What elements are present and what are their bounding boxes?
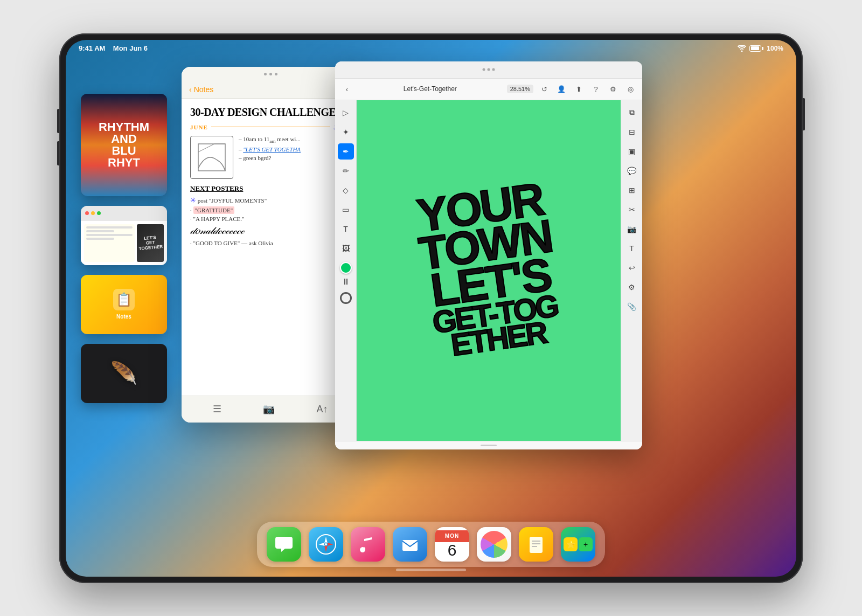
clip-button[interactable]: 📎 (624, 299, 640, 315)
text-tool[interactable]: T (338, 221, 354, 237)
dock-messages-icon[interactable] (267, 527, 301, 562)
notes-timeline: JUNE JULY (190, 124, 351, 130)
notes-section-title: NEXT POSTERS (190, 184, 351, 193)
home-indicator[interactable] (396, 569, 466, 571)
camera-toolbar-icon[interactable]: 📷 (263, 403, 275, 415)
gear-right-button[interactable]: ⚙ (624, 279, 640, 295)
affinity-handle-dot-3 (492, 68, 495, 71)
svg-point-8 (325, 543, 327, 545)
comments-button[interactable]: 💬 (624, 163, 640, 179)
pause-icon[interactable]: ⏸ (342, 277, 350, 287)
svg-line-1 (198, 144, 214, 152)
cut-button[interactable]: ✂ (624, 202, 640, 218)
notes-schedule-item-2: – "LET'S GET TOGETHA (239, 146, 351, 153)
help-button[interactable]: ? (589, 82, 602, 95)
erase-tool[interactable]: ◇ (338, 182, 354, 198)
chevron-left-icon: ‹ (189, 85, 192, 94)
wifi-icon (738, 45, 746, 52)
rect-tool[interactable]: ▭ (338, 202, 354, 218)
notes-icon (525, 534, 547, 555)
artwork-typography: YOUR TOWN LET'S GET-TOG ETHER (411, 179, 566, 361)
asterisk-icon: ✳ (190, 196, 196, 204)
checklist-icon[interactable]: ☰ (213, 403, 221, 415)
dock-notes-icon[interactable] (519, 527, 553, 562)
mini-app-preview-2[interactable]: LET'SGETTOGETHER (81, 206, 167, 265)
calendar-day-label: MON (435, 530, 469, 542)
text-format-icon[interactable]: A↑ (316, 404, 328, 415)
mail-icon (399, 534, 421, 555)
color-well[interactable] (340, 262, 352, 274)
affinity-canvas: YOUR TOWN LET'S GET-TOG ETHER (357, 100, 621, 441)
affinity-left-toolbar: ▷ ✦ ✒ ✏ ◇ ▭ T 🖼 ⏸ (335, 100, 357, 441)
pencil-tool[interactable]: ✏ (338, 163, 354, 179)
circle-tool[interactable] (338, 290, 354, 306)
dock-calendar-icon[interactable]: MON 6 (435, 527, 469, 562)
notes-document-title: 30-DAY DESIGN CHALLENGE (190, 106, 351, 119)
typography-button[interactable]: T (624, 240, 640, 257)
volume-down-button[interactable] (57, 141, 59, 165)
mini-app-preview-4[interactable]: 🪶 (81, 344, 167, 403)
power-button[interactable] (803, 98, 805, 130)
affinity-window[interactable]: ‹ Let's-Get-Together 28.51% ↺ 👤 ⬆ ? ⚙ ◎ … (335, 61, 642, 449)
svg-marker-6 (318, 543, 325, 546)
handle-dot-3 (275, 73, 277, 75)
gratitude-text: "GRATITUDE" (193, 206, 235, 214)
affinity-document-title: Let's-Get-Together (358, 85, 503, 93)
affinity-zoom-level[interactable]: 28.51% (507, 85, 533, 93)
dock-extras-icon[interactable]: ⭐ + (561, 527, 595, 562)
music-icon (357, 534, 379, 555)
image-tool[interactable]: 🖼 (338, 240, 354, 257)
affinity-resize-handle[interactable] (481, 445, 497, 446)
ipad-screen: 9:41 AM Mon Jun 6 100% (66, 40, 796, 577)
pen-tool[interactable]: ✒ (338, 143, 354, 160)
notes-toolbar: ☰ 📷 A↑ (182, 396, 359, 423)
dock-music-icon[interactable] (351, 527, 385, 562)
volume-up-button[interactable] (57, 109, 59, 133)
dock-photos-icon[interactable] (477, 527, 511, 562)
adjustments-button[interactable]: ⊟ (624, 124, 640, 140)
photos-flower-icon (481, 531, 508, 558)
mini-app-preview-3[interactable]: 📋 Notes (81, 275, 167, 334)
dock-safari-icon[interactable] (309, 527, 343, 562)
undo-right-button[interactable]: ↩ (624, 260, 640, 276)
notes-signature: 𝒹𝑜𝓃𝒶𝓁𝒹𝒸𝒸𝒸𝒸𝒸𝒸𝒸 (190, 225, 351, 237)
camera-right-button[interactable]: 📷 (624, 221, 640, 237)
status-time: 9:41 AM Mon Jun 6 (79, 44, 148, 52)
handle-dot-1 (264, 73, 267, 75)
svg-marker-4 (324, 537, 328, 543)
notes-poster-item-3: · "A HAPPY PLACE." (190, 216, 351, 222)
notes-sketch-box (190, 136, 233, 179)
notes-poster-item-2: · "GRATITUDE" (190, 207, 351, 213)
back-button[interactable]: ‹ (340, 82, 353, 95)
affinity-handle-dot-1 (483, 68, 485, 71)
transform-button[interactable]: ⊞ (624, 182, 640, 198)
affinity-handle-dot-2 (488, 68, 490, 71)
mini-app-preview-1[interactable]: RhythmandBluRhyt (81, 94, 167, 196)
battery-percentage: 100% (767, 45, 783, 52)
dock: MON 6 ⭐ + (257, 522, 605, 567)
affinity-bottom-bar (335, 441, 642, 449)
svg-rect-9 (402, 540, 418, 551)
status-bar: 9:41 AM Mon Jun 6 100% (66, 40, 796, 57)
extras-star-icon: ⭐ (564, 537, 578, 551)
sketch-drawing (196, 141, 228, 174)
affinity-window-handle (483, 68, 495, 71)
timeline-start: JUNE (190, 124, 208, 130)
share-button[interactable]: ⬆ (572, 82, 585, 95)
persona-button[interactable]: ◎ (624, 82, 637, 95)
notes-window[interactable]: ‹ Notes 30-DAY DESIGN CHALLENGE JUNE JUL… (182, 67, 359, 423)
mask-button[interactable]: ▣ (624, 143, 640, 160)
ipad-device: 9:41 AM Mon Jun 6 100% (59, 33, 803, 583)
notes-schedule-list: – 10am to 11am meet wi... – "LET'S GET T… (239, 136, 351, 179)
settings-button[interactable]: ⚙ (607, 82, 620, 95)
arrow-tool[interactable]: ▷ (338, 105, 354, 121)
layers-button[interactable]: ⧉ (624, 105, 640, 121)
node-tool[interactable]: ✦ (338, 124, 354, 140)
undo-button[interactable]: ↺ (538, 82, 551, 95)
svg-rect-10 (530, 537, 543, 553)
dock-mail-icon[interactable] (393, 527, 427, 562)
affinity-body: ▷ ✦ ✒ ✏ ◇ ▭ T 🖼 ⏸ (335, 100, 642, 441)
notes-back-button[interactable]: ‹ Notes (189, 85, 352, 94)
timeline-separator (211, 127, 331, 127)
user-button[interactable]: 👤 (555, 82, 568, 95)
